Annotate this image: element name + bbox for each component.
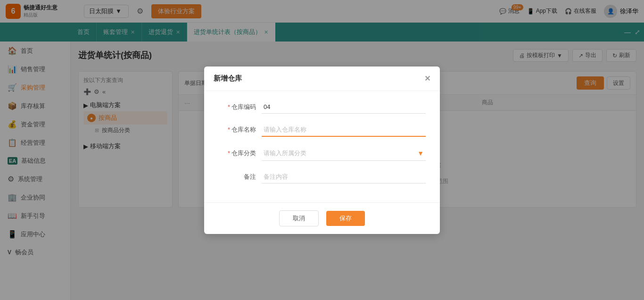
modal-close-button[interactable]: ✕ — [424, 74, 430, 83]
modal-header: 新增仓库 ✕ — [204, 67, 440, 91]
modal-footer: 取消 保存 — [204, 202, 440, 234]
save-button[interactable]: 保存 — [326, 211, 365, 226]
modal-overlay[interactable]: 新增仓库 ✕ 仓库编码 仓库名称 仓库分类 请输入所属分类 ▼ — [0, 0, 644, 300]
modal-body: 仓库编码 仓库名称 仓库分类 请输入所属分类 ▼ 备注 — [204, 91, 440, 202]
note-label: 备注 — [218, 173, 256, 181]
category-dropdown-icon: ▼ — [417, 150, 424, 157]
code-input[interactable] — [262, 100, 426, 114]
category-label: 仓库分类 — [218, 149, 256, 158]
new-warehouse-modal: 新增仓库 ✕ 仓库编码 仓库名称 仓库分类 请输入所属分类 ▼ — [204, 67, 440, 234]
name-input[interactable] — [262, 123, 426, 137]
form-row-category: 仓库分类 请输入所属分类 ▼ — [218, 146, 426, 161]
note-input[interactable] — [262, 170, 426, 183]
modal-title: 新增仓库 — [214, 74, 242, 83]
code-label: 仓库编码 — [218, 103, 256, 111]
form-row-note: 备注 — [218, 170, 426, 183]
category-select[interactable]: 请输入所属分类 ▼ — [262, 146, 426, 161]
form-row-code: 仓库编码 — [218, 100, 426, 114]
name-label: 仓库名称 — [218, 125, 256, 134]
cancel-button[interactable]: 取消 — [279, 210, 319, 226]
form-row-name: 仓库名称 — [218, 123, 426, 137]
